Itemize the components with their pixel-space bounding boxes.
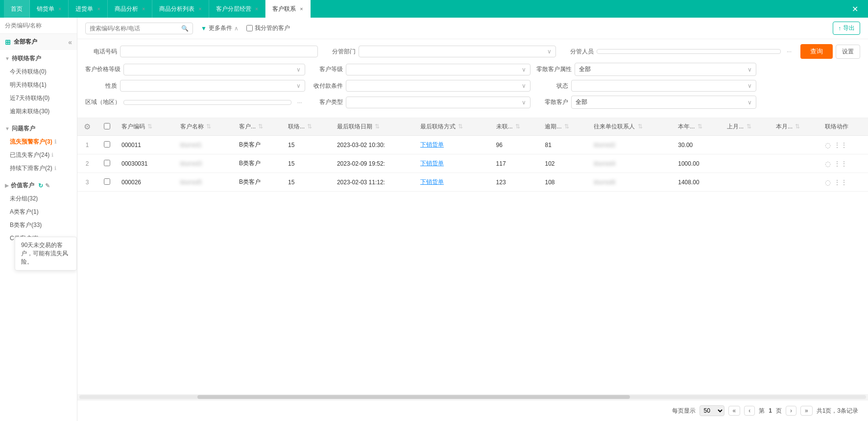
export-button[interactable]: ↑ 导出 [833, 22, 860, 35]
nature-select[interactable]: ∨ [120, 80, 305, 92]
last-contact-type-link[interactable]: 下销货单 [420, 141, 444, 148]
window-close-button[interactable]: ✕ [846, 4, 864, 14]
tab-product-analysis[interactable]: 商品分析 × [108, 0, 152, 18]
row-contacts: blurred6 [589, 173, 673, 192]
filter-icon: ▼ [201, 25, 207, 32]
search-input[interactable] [90, 25, 178, 32]
action-contact-icon[interactable]: ◌ [825, 141, 831, 149]
payment-select[interactable]: ∨ [346, 80, 531, 92]
more-conditions-button[interactable]: ▼ 更多条件 ∧ [197, 22, 242, 34]
col-last-month-label: 上月... [727, 123, 744, 130]
col-last-month[interactable]: 上月... ⇅ [722, 118, 771, 136]
scrollbar-thumb[interactable] [197, 395, 630, 399]
last-contact-type-link[interactable]: 下销货单 [420, 178, 444, 185]
sidebar-item-class-b[interactable]: B类客户(33) [0, 219, 77, 232]
col-last-contact-type[interactable]: 最后联络方式 ⇅ [415, 118, 491, 136]
first-page-button[interactable]: « [728, 406, 741, 416]
row-checkbox[interactable] [97, 173, 117, 192]
sidebar-item-churned[interactable]: 已流失客户(24) ℹ [0, 149, 77, 162]
per-page-select[interactable]: 50 20 100 [699, 405, 724, 416]
action-contact-icon[interactable]: ◌ [825, 160, 831, 168]
close-purchase-order-tab[interactable]: × [97, 6, 100, 12]
action-more-icon[interactable]: ⋮⋮ [834, 160, 847, 168]
row-select-checkbox[interactable] [104, 141, 110, 148]
customer-grade-select[interactable]: ∨ [346, 64, 531, 75]
tab-product-analysis-list[interactable]: 商品分析列表 × [152, 0, 209, 18]
customer-type-select[interactable]: ∨ [346, 97, 531, 108]
search-icon[interactable]: 🔍 [181, 25, 189, 32]
value-group-refresh-icon[interactable]: ↻ [38, 182, 43, 189]
col-this-year[interactable]: 本年... ⇅ [673, 118, 722, 136]
sidebar-item-today-contact[interactable]: 今天待联络(0) [0, 65, 77, 78]
prev-page-button[interactable]: ‹ [744, 406, 755, 416]
person-select[interactable] [597, 49, 781, 54]
value-group-edit-icon[interactable]: ✎ [45, 182, 50, 189]
sidebar-item-churn-warning[interactable]: 流失预警客户(3) ℹ [0, 135, 77, 149]
query-button[interactable]: 查询 [800, 44, 833, 59]
tab-sales-order[interactable]: 销货单 × [30, 0, 69, 18]
person-more-dots[interactable]: ··· [784, 48, 795, 55]
gear-button[interactable]: ⚙ [84, 123, 91, 131]
row-last-contact-type[interactable]: 下销货单 [415, 154, 491, 173]
dept-select[interactable]: ∨ [359, 46, 556, 57]
col-contact-count[interactable]: 联络... ⇅ [283, 118, 332, 136]
zero-attr-select[interactable]: 全部 ∨ [575, 63, 756, 76]
region-more-dots[interactable]: ··· [294, 99, 305, 106]
filter-actions: 查询 设置 [800, 44, 860, 59]
price-grade-select[interactable]: ∨ [123, 64, 305, 75]
close-product-analysis-tab[interactable]: × [142, 6, 145, 12]
sidebar-item-ungrouped[interactable]: 未分组(32) [0, 192, 77, 205]
tab-home[interactable]: 首页 [4, 0, 30, 18]
next-page-button[interactable]: › [786, 406, 796, 416]
row-checkbox[interactable] [97, 136, 117, 154]
select-all-checkbox[interactable] [104, 123, 110, 129]
row-checkbox[interactable] [97, 154, 117, 173]
action-more-icon[interactable]: ⋮⋮ [834, 141, 847, 149]
col-overdue[interactable]: 逾期... ⇅ [540, 118, 589, 136]
col-code[interactable]: 客户编码 ⇅ [117, 118, 175, 136]
close-customer-contact-tab[interactable]: × [300, 6, 303, 12]
pending-contact-group-label[interactable]: ▼ 待联络客户 [0, 52, 77, 65]
zero-customer-select[interactable]: 全部 ∨ [571, 96, 756, 109]
tab-customer-segment[interactable]: 客户分层经营 × [209, 0, 265, 18]
last-page-button[interactable]: » [800, 406, 813, 416]
region-select[interactable] [123, 100, 291, 105]
row-overdue: 81 [540, 136, 589, 154]
col-this-month[interactable]: 本月... ⇅ [771, 118, 820, 136]
phone-input[interactable] [120, 46, 318, 57]
all-customers-header[interactable]: ⊞ 全部客户 « [0, 34, 77, 50]
sidebar-item-overdue-contact[interactable]: 逾期未联络(30) [0, 105, 77, 118]
sidebar-item-tomorrow-contact[interactable]: 明天待联络(1) [0, 78, 77, 92]
row-select-checkbox[interactable] [104, 178, 110, 185]
sidebar-item-7day-contact[interactable]: 近7天待联络(0) [0, 92, 77, 105]
col-name[interactable]: 客户名称 ⇅ [175, 118, 234, 136]
settings-button[interactable]: 设置 [836, 45, 860, 59]
action-more-icon[interactable]: ⋮⋮ [834, 178, 847, 186]
tab-customer-contact[interactable]: 客户联系 × [265, 0, 310, 18]
horizontal-scrollbar[interactable] [77, 394, 868, 400]
col-customer-type[interactable]: 客户... ⇅ [234, 118, 283, 136]
at-risk-group-label[interactable]: ▼ 问题客户 [0, 122, 77, 135]
sidebar-item-declining[interactable]: 持续下滑客户(2) ℹ [0, 162, 77, 175]
row-contacts: blurred2 [589, 136, 673, 154]
scrollbar-track[interactable] [79, 395, 866, 399]
row-last-contact-type[interactable]: 下销货单 [415, 173, 491, 192]
status-select[interactable]: ∨ [571, 80, 756, 92]
sidebar-search-input[interactable] [5, 22, 77, 29]
col-uncontacted[interactable]: 未联... ⇅ [491, 118, 540, 136]
my-customers-checkbox[interactable] [246, 25, 253, 31]
close-sales-order-tab[interactable]: × [58, 6, 61, 12]
value-group-label[interactable]: ▶ 价值客户 ↻ ✎ [0, 179, 77, 192]
row-this-year: 30.00 [673, 136, 722, 154]
col-contacts[interactable]: 往来单位联系人 ⇅ [589, 118, 673, 136]
close-product-analysis-list-tab[interactable]: × [198, 6, 201, 12]
row-last-contact-type[interactable]: 下销货单 [415, 136, 491, 154]
action-contact-icon[interactable]: ◌ [825, 178, 831, 186]
row-select-checkbox[interactable] [104, 160, 110, 166]
col-last-contact-date[interactable]: 最后联络日期 ⇅ [332, 118, 415, 136]
sidebar-item-class-a[interactable]: A类客户(1) [0, 205, 77, 219]
last-contact-type-link[interactable]: 下销货单 [420, 160, 444, 167]
tab-purchase-order[interactable]: 进货单 × [69, 0, 107, 18]
sidebar-collapse-button[interactable]: « [68, 38, 72, 46]
close-customer-segment-tab[interactable]: × [255, 6, 258, 12]
